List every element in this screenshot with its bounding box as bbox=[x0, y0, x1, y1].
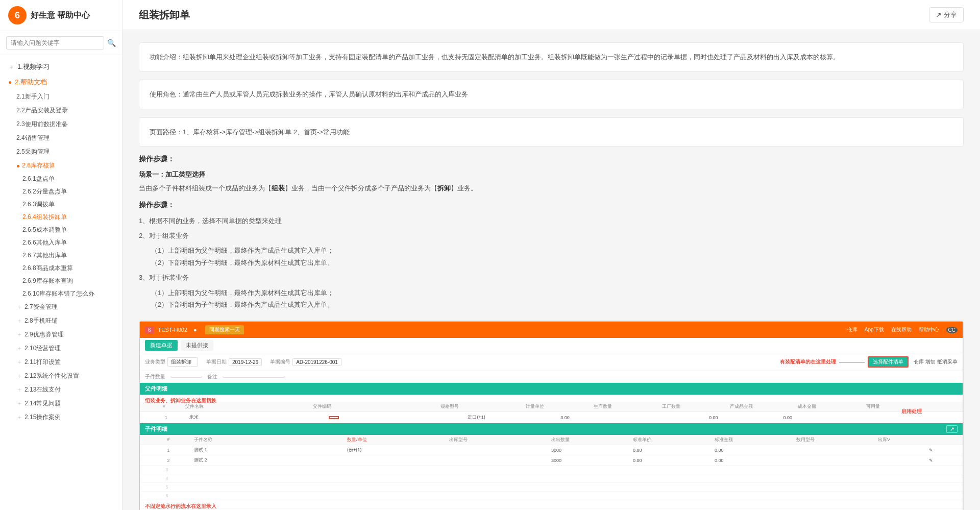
ops-steps-title: 操作步骤： bbox=[139, 201, 964, 210]
sidebar-item-cost-recalc[interactable]: 2.6.8商品成本重算 bbox=[0, 262, 122, 275]
mock-tab-inactive[interactable]: 未提供接 bbox=[181, 340, 213, 351]
mock-lower-row5: 5 bbox=[140, 483, 963, 492]
screenshot-container: 6 TEST-H002 ● 同期搜索一天 仓库 App下载 在线帮助 帮助中心 … bbox=[139, 321, 964, 510]
disassemble-steps: （1）上部明细为父件明细，最终作为原材料生成其它出库单； （2）下部明细为子件明… bbox=[151, 287, 964, 311]
mock-annotation-freeform: 不固定流水行的流水在这里录入 bbox=[145, 503, 216, 510]
sidebar-item-ledger-fix[interactable]: 2.6.10库存账本错了怎么办 bbox=[0, 287, 122, 300]
mock-upper-section: 父件明细 组装业务、拆卸业务在这里切换 # 父件名称 父件编码 规格型号 计量单… bbox=[140, 383, 963, 423]
sidebar-item-print[interactable]: ＋ 2.11打印设置 bbox=[0, 355, 122, 369]
mock-lower-section: 子件明细 ↗ 启用处理 # 子件名称 数量/单位 出库型号 出出数量 标 bbox=[140, 423, 963, 509]
sidebar-header: 6 好生意 帮助中心 bbox=[0, 0, 122, 31]
mock-lower-row1: 1 测试 1 (份+(1) 3000 0.00 0.00 ✎ bbox=[140, 445, 963, 455]
mock-bom-btn[interactable]: 选择配件清单 bbox=[868, 356, 909, 368]
plus-small-icon5: ＋ bbox=[16, 358, 22, 367]
mock-field-type: 业务类型 组装拆卸 bbox=[145, 357, 198, 367]
mock-section-header-lower: 子件明细 ↗ bbox=[140, 423, 963, 435]
info-block-role: 使用角色：通常由生产人员或库管人员完成拆装业务的操作，库管人员确认原材料的出库和… bbox=[139, 80, 964, 109]
minus-small-icon: ● bbox=[16, 162, 20, 169]
mock-topbar: 6 TEST-H002 ● 同期搜索一天 仓库 App下载 在线帮助 帮助中心 … bbox=[140, 322, 963, 338]
step2: 2、对于组装业务 bbox=[139, 230, 964, 241]
info-block-feature: 功能介绍：组装拆卸单用来处理企业组装或拆卸等加工业务，支持有固定装配清单的产品加… bbox=[139, 42, 964, 71]
sidebar-item-cases[interactable]: ＋ 2.15操作案例 bbox=[0, 410, 122, 424]
logo-icon: 6 bbox=[8, 6, 27, 25]
assemble-step-1: （1）上部明细为父件明细，最终作为产成品生成其它入库单； bbox=[151, 245, 964, 256]
sidebar-item-stocktake[interactable]: 2.6.1盘点单 bbox=[0, 173, 122, 185]
plus-small-icon4: ＋ bbox=[16, 344, 22, 353]
sidebar-item-inventory[interactable]: ● 2.6库存核算 bbox=[0, 159, 122, 173]
plus-small-icon9: ＋ bbox=[16, 413, 22, 422]
mock-sync-btn[interactable]: 同期搜索一天 bbox=[205, 325, 244, 334]
mock-avatar: CC bbox=[946, 327, 958, 333]
sidebar-item-coupon[interactable]: ＋ 2.9优惠券管理 bbox=[0, 328, 122, 342]
sidebar-item-faq[interactable]: ＋ 2.14常见问题 bbox=[0, 397, 122, 410]
sidebar-item-sales[interactable]: 2.4销售管理 bbox=[0, 131, 122, 145]
mock-lower-row6: 6 bbox=[140, 492, 963, 500]
sidebar-nav: ＋ 1.视频学习 ● 2.帮助文档 2.1新手入门 2.2产品安装及登录 2.3… bbox=[0, 55, 122, 510]
sidebar-item-transfer[interactable]: 2.6.3调拨单 bbox=[0, 198, 122, 211]
assemble-steps: （1）上部明细为父件明细，最终作为产成品生成其它入库单； （2）下部明细为子件明… bbox=[151, 245, 964, 269]
sidebar-item-assembly[interactable]: 2.6.4组装拆卸单 bbox=[0, 211, 122, 224]
mock-secondbar: 新建单据 未提供接 bbox=[140, 338, 963, 353]
disassemble-step-2: （2）下部明细为子件明细，最终作为产成品生成其它入库单。 bbox=[151, 299, 964, 310]
mock-expand-btn[interactable]: ↗ bbox=[946, 425, 958, 433]
mock-upper-row1: 1 米米 进口(+1) 3.00 0.00 0.00 bbox=[140, 412, 963, 423]
ops-title: 操作步骤： bbox=[139, 155, 964, 164]
main-content: 组装拆卸单 ↗ 分享 功能介绍：组装拆卸单用来处理企业组装或拆卸等加工业务，支持… bbox=[122, 0, 980, 510]
sidebar-item-payment[interactable]: ＋ 2.13在线支付 bbox=[0, 383, 122, 397]
search-input[interactable] bbox=[6, 36, 104, 50]
sidebar-item-video-learning[interactable]: ＋ 1.视频学习 bbox=[0, 59, 122, 75]
disassemble-step-1: （1）上部明细为父件明细，最终作为原材料生成其它出库单； bbox=[151, 287, 964, 299]
sidebar-item-mobile[interactable]: ＋ 2.8手机旺铺 bbox=[0, 314, 122, 328]
sidebar-item-beginner[interactable]: 2.1新手入门 bbox=[0, 90, 122, 104]
share-button[interactable]: ↗ 分享 bbox=[929, 7, 964, 22]
mock-field-number: 单据编号 AD-20191226-001 bbox=[270, 358, 341, 366]
sidebar-item-customize[interactable]: ＋ 2.12系统个性化设置 bbox=[0, 369, 122, 383]
screenshot-wrapper: 6 TEST-H002 ● 同期搜索一天 仓库 App下载 在线帮助 帮助中心 … bbox=[139, 321, 963, 510]
mock-upper-table-header: # 父件名称 父件编码 规格型号 计量单位 生产数量 工厂数量 产成品金额 成本… bbox=[140, 402, 963, 412]
mock-lower-row4: 4 bbox=[140, 474, 963, 483]
sidebar-item-help-docs[interactable]: ● 2.帮助文档 bbox=[0, 75, 122, 90]
sidebar-search: 🔍 bbox=[0, 31, 122, 55]
mock-lower-row7: 7 bbox=[140, 500, 963, 509]
info-block-path: 页面路径：1、库存核算->库存管理->组装拆卸单 2、首页->常用功能 bbox=[139, 117, 964, 147]
mock-app: 6 TEST-H002 ● 同期搜索一天 仓库 App下载 在线帮助 帮助中心 … bbox=[139, 321, 963, 510]
sidebar-item-ops-mgmt[interactable]: ＋ 2.10经营管理 bbox=[0, 342, 122, 355]
mock-lower-row3: 3 bbox=[140, 466, 963, 474]
mock-annotation-enable: 启用处理 bbox=[901, 408, 922, 415]
sidebar-item-partial-stocktake[interactable]: 2.6.2分量盘点单 bbox=[0, 185, 122, 198]
plus-small-icon8: ＋ bbox=[16, 399, 22, 408]
ops-section: 操作步骤： 场景一：加工类型选择 当由多个子件材料组装成一个成品的业务为【组装】… bbox=[139, 155, 964, 310]
sidebar-item-cost-adjust[interactable]: 2.6.5成本调整单 bbox=[0, 224, 122, 236]
mock-nav-warehouse: 仓库 bbox=[847, 326, 857, 333]
mock-nav-helpcenter: 帮助中心 bbox=[919, 326, 939, 333]
mock-id: TEST-H002 bbox=[158, 327, 187, 333]
sidebar-item-data-prep[interactable]: 2.3使用前数据准备 bbox=[0, 117, 122, 131]
mock-form-row2: 子件数量 备注 bbox=[140, 371, 963, 383]
plus-small-icon7: ＋ bbox=[16, 385, 22, 394]
mock-tab-active[interactable]: 新建单据 bbox=[145, 340, 178, 351]
mock-annotation-type: 组装业务、拆卸业务在这里切换 bbox=[145, 397, 216, 404]
scene1-title: 场景一：加工类型选择 bbox=[139, 170, 964, 179]
sidebar-item-other-outbound[interactable]: 2.6.7其他出库单 bbox=[0, 249, 122, 262]
search-icon[interactable]: 🔍 bbox=[107, 39, 116, 47]
plus-small-icon6: ＋ bbox=[16, 372, 22, 380]
page-title: 组装拆卸单 bbox=[139, 8, 190, 22]
mock-section-header-upper: 父件明细 bbox=[140, 383, 963, 395]
mock-lower-row2: 2 测试 2 3000 0.00 0.00 ✎ bbox=[140, 455, 963, 466]
step3: 3、对于拆装业务 bbox=[139, 272, 964, 283]
sidebar-item-inventory-ledger[interactable]: 2.6.9库存账本查询 bbox=[0, 275, 122, 287]
scene1-desc: 当由多个子件材料组装成一个成品的业务为【组装】业务，当由一个父件拆分成多个子产品… bbox=[139, 182, 964, 194]
mock-nav-help: 在线帮助 bbox=[891, 326, 912, 333]
sidebar-item-purchase[interactable]: 2.5采购管理 bbox=[0, 145, 122, 159]
mock-field-date: 单据日期 2019-12-26 bbox=[206, 358, 262, 366]
plus-small-icon2: ＋ bbox=[16, 317, 22, 325]
assemble-step-2: （2）下部明细为子件明细，最终作为原材料生成其它出库单。 bbox=[151, 257, 964, 269]
plus-icon: ＋ bbox=[8, 63, 14, 71]
mock-status-dot: ● bbox=[193, 327, 197, 333]
mock-annotation-bom: 有装配清单的在这里处理 选择配件清单 仓库 增加 抵消采单 bbox=[780, 356, 958, 368]
sidebar-item-install[interactable]: 2.2产品安装及登录 bbox=[0, 104, 122, 117]
mock-nav-app: App下载 bbox=[865, 326, 884, 333]
sidebar-item-other-inbound[interactable]: 2.6.6其他入库单 bbox=[0, 236, 122, 249]
logo-text: 好生意 帮助中心 bbox=[31, 10, 90, 21]
sidebar-item-finance[interactable]: ＋ 2.7资金管理 bbox=[0, 300, 122, 314]
